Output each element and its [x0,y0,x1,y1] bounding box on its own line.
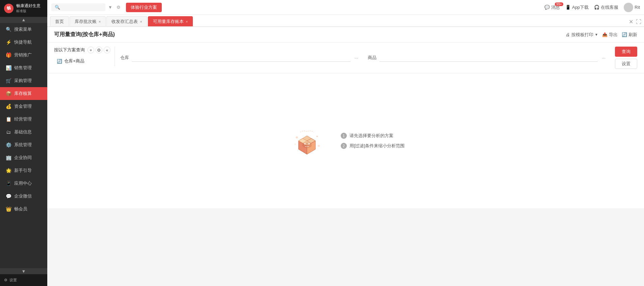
empty-illustration [287,121,327,161]
sidebar-item-inventory[interactable]: 📦 库存核算 [0,87,47,100]
sidebar-scroll-down[interactable]: ▼ [0,268,47,274]
svg-point-7 [308,143,310,145]
export-icon: 📤 [602,32,608,37]
sidebar-item-basic[interactable]: 🗂 基础信息 [0,126,47,138]
svg-point-10 [294,144,296,145]
page-header: 可用量查询(按仓库+商品) 🖨 按模板打印 ▼ 📤 导出 🔄 刷新 [47,27,644,43]
svg-point-6 [304,143,306,145]
wechat-icon: 💬 [5,193,11,199]
basic-icon: 🗂 [5,129,11,135]
sales-icon: 📊 [5,65,11,71]
goods-filter-field: 商品 ··· [368,54,607,62]
scheme-refresh-icon: 🔄 [57,59,62,64]
enterprise-icon: 🏢 [5,155,11,160]
sidebar-app-subtitle: 标准版 [16,9,41,14]
add-scheme-button[interactable]: + [87,47,94,53]
sidebar-item-finance[interactable]: 💰 资金管理 [0,100,47,113]
avatar [624,3,633,12]
sidebar-item-wechat[interactable]: 💬 企业微信 [0,190,47,203]
print-button[interactable]: 🖨 按模板打印 ▼ [566,32,598,38]
user-profile[interactable]: Rit [624,3,640,12]
page-content: 可用量查询(按仓库+商品) 🖨 按模板打印 ▼ 📤 导出 🔄 刷新 [47,27,644,286]
tab-collection-summary[interactable]: 收发存汇总表 × [106,16,147,26]
scheme-item-warehouse-goods[interactable]: 🔄 仓库+商品 [54,56,110,66]
goods-input[interactable] [379,54,598,62]
settings-icon: ⚙ [4,278,7,282]
refresh-icon: 🔄 [622,32,627,37]
sidebar-item-search[interactable]: 🔍 搜索菜单 [0,23,47,36]
sidebar-item-marketing[interactable]: 🎁 营销推广 [0,49,47,61]
topbar-actions: 💬 消息 99+ 📱 App下载 🎧 在线客服 Rit [544,3,640,12]
tab-close-collection[interactable]: × [140,20,142,24]
sidebar-item-system[interactable]: ⚙️ 系统管理 [0,138,47,151]
app-icon: 📱 [565,5,571,10]
support-action[interactable]: 🎧 在线客服 [594,4,618,10]
tab-available-inventory[interactable]: 可用量库存账本 × [148,16,193,26]
sidebar-item-operations[interactable]: 📋 经营管理 [0,113,47,126]
svg-point-9 [316,136,318,137]
purchase-icon: 🛒 [5,78,11,83]
trial-button[interactable]: 体验行业方案 [126,3,162,12]
topbar-search-box[interactable]: 🔍 [51,3,105,11]
sidebar-bottom: ⚙ 设置 [0,274,47,286]
sidebar-item-shortcut[interactable]: ⚡ 快捷导航 [0,36,47,49]
export-button[interactable]: 📤 导出 [602,32,618,38]
topbar-gear-icon[interactable]: ⚙ [117,5,121,10]
topbar-dropdown-icon[interactable]: ▼ [108,5,112,10]
search-icon-topbar: 🔍 [55,5,60,10]
sidebar-item-member[interactable]: 👑 畅会员 [0,203,47,215]
sidebar-item-purchase[interactable]: 🛒 采购管理 [0,74,47,87]
print-icon: 🖨 [566,32,570,37]
tab-batch-account[interactable]: 库存批次账 × [70,16,106,26]
search-input[interactable] [61,5,95,10]
sidebar-nav: 🔍 搜索菜单 ⚡ 快捷导航 🎁 营销推广 📊 销售管理 🛒 采购管理 📦 库存核… [0,23,47,268]
refresh-button[interactable]: 🔄 刷新 [622,32,637,38]
empty-hint-2: 2 用[过滤]条件来缩小分析范围 [341,143,405,149]
hint-num-2: 2 [341,143,347,149]
search-icon: 🔍 [5,27,11,32]
sidebar-item-newbie[interactable]: 🌟 新手引导 [0,164,47,177]
tab-home[interactable]: 首页 [50,16,69,26]
goods-more-button[interactable]: ··· [600,55,607,60]
tab-close-available[interactable]: × [186,20,188,24]
warehouse-label: 仓库 [120,55,129,61]
chevron-down-icon: ▼ [595,33,598,36]
sidebar-scroll-up[interactable]: ▲ [0,17,47,23]
tab-expand-btn[interactable]: ⛶ [636,19,641,25]
empty-box-svg [288,122,326,159]
empty-hint-1: 1 请先选择要分析的方案 [341,133,405,139]
filter-scheme-header: 按以下方案查询 + ⚙ « [54,47,110,53]
app-download-action[interactable]: 📱 App下载 [565,4,589,10]
tab-close-batch[interactable]: × [99,20,101,24]
marketing-icon: 🎁 [5,52,11,58]
edit-scheme-button[interactable]: ⚙ [96,47,102,53]
collapse-scheme-button[interactable]: « [104,47,110,53]
warehouse-filter-field: 仓库 ··· [120,54,360,62]
headset-icon: 🎧 [594,5,599,10]
tab-close-btn[interactable]: ✕ [629,19,633,25]
filter-schemes-panel: 按以下方案查询 + ⚙ « 🔄 仓库+商品 [54,47,115,66]
sidebar-item-apps[interactable]: 📱 应用中心 [0,177,47,190]
topbar: 🔍 ▼ ⚙ 体验行业方案 💬 消息 99+ 📱 App下载 🎧 在线客服 Rit [47,0,644,15]
message-action[interactable]: 💬 消息 99+ [544,4,560,10]
scheme-action-buttons: + ⚙ « [87,47,110,53]
sidebar-item-enterprise[interactable]: 🏢 企业协同 [0,151,47,164]
empty-hints: 1 请先选择要分析的方案 2 用[过滤]条件来缩小分析范围 [341,133,405,149]
warehouse-more-button[interactable]: ··· [353,55,360,60]
hint-num-1: 1 [341,133,347,139]
warehouse-input[interactable] [132,54,351,62]
query-button[interactable]: 查询 [615,47,637,57]
svg-point-11 [318,145,320,147]
operations-icon: 📋 [5,116,11,122]
setting-button[interactable]: 设置 [615,59,637,69]
main-area: 🔍 ▼ ⚙ 体验行业方案 💬 消息 99+ 📱 App下载 🎧 在线客服 Rit [47,0,644,286]
member-icon: 👑 [5,206,11,212]
sidebar-logo: 畅 [4,4,14,13]
sidebar: 畅 畅康通好生意 标准版 ▲ 🔍 搜索菜单 ⚡ 快捷导航 🎁 营销推广 📊 销售… [0,0,47,286]
empty-state: 1 请先选择要分析的方案 2 用[过滤]条件来缩小分析范围 [47,73,644,208]
message-icon: 💬 [544,5,550,10]
sidebar-item-sales[interactable]: 📊 销售管理 [0,61,47,74]
svg-point-5 [302,142,312,148]
svg-point-8 [296,136,298,138]
filter-fields: 仓库 ··· 商品 ··· 查询 设置 [120,47,637,69]
